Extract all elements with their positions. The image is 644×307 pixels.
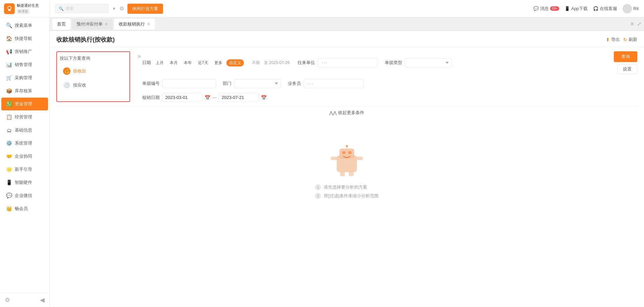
header-left: 🔍 搜索 ▼ ⚙ 休闲行业方案 — [55, 4, 163, 14]
username: Rit — [633, 6, 639, 11]
counterparty-label: 往来单位 — [298, 60, 315, 66]
svg-rect-2 — [342, 151, 345, 154]
verify-date-end-cal-icon[interactable]: 📅 — [261, 95, 267, 100]
tab-prepay[interactable]: 预付冲应付单 ✕ — [72, 19, 113, 30]
date-more[interactable]: 更多 — [212, 59, 224, 66]
sidebar-item-12[interactable]: 📱智能硬件 — [1, 176, 48, 189]
dept-select[interactable] — [234, 79, 281, 88]
sidebar-label-7: 经营管理 — [15, 114, 32, 120]
sidebar-item-8[interactable]: 🗂基础信息 — [1, 124, 48, 137]
close-tab-icon[interactable]: ✕ — [630, 21, 634, 27]
collapse-more-label: 收起更多条件 — [338, 110, 364, 116]
sidebar-item-10[interactable]: 🤝企业协同 — [1, 150, 48, 163]
verify-date-field: 核销日期 📅 — 📅 — [142, 93, 267, 102]
sidebar-item-6[interactable]: 💹资金管理 — [1, 98, 48, 110]
verify-date-start-cal-icon[interactable]: 📅 — [205, 95, 210, 100]
svg-rect-7 — [356, 157, 363, 160]
sidebar-item-1[interactable]: 🏠快捷导航 — [1, 32, 48, 45]
user-profile[interactable]: Rit — [623, 4, 639, 13]
filter-fields: 日期 上月 本月 本年 近7天 更多 自定义 不限 — [142, 51, 637, 102]
date-last-7-days[interactable]: 近7天 — [196, 59, 210, 66]
app-download-action[interactable]: 📱 App下载 — [565, 6, 588, 12]
staff-field: 业务员 ··· — [288, 79, 364, 88]
collapse-up-icon: ⋀⋀ — [329, 110, 337, 115]
sidebar-item-3[interactable]: 📊销售管理 — [1, 58, 48, 71]
query-btn-group: 查询 设置 — [610, 51, 637, 74]
filter-scheme-panel: 按以下方案查询 💰 按收款 🕐 按应收 — [56, 51, 130, 102]
tab-collection[interactable]: 收款核销执行 ✕ — [114, 19, 155, 30]
page-actions: ⬆ 导出 ↻ 刷新 — [606, 37, 637, 43]
verify-date-end-input[interactable] — [219, 93, 259, 102]
sidebar-item-7[interactable]: 📋经营管理 — [1, 111, 48, 123]
sidebar-item-5[interactable]: 📦库存核算 — [1, 85, 48, 97]
date-no-limit-text: 不限 — [252, 60, 260, 66]
export-button[interactable]: ⬆ 导出 — [606, 37, 620, 43]
date-last-month[interactable]: 上月 — [154, 59, 166, 66]
filter-collapse-button[interactable]: » — [136, 51, 142, 102]
collapse-more-button[interactable]: ⋀⋀ 收起更多条件 — [329, 110, 364, 116]
doc-no-input[interactable] — [162, 79, 216, 88]
main-area: 🔍 搜索 ▼ ⚙ 休闲行业方案 💬 消息 99+ 📱 App下载 🎧 在线客服 — [50, 0, 644, 307]
settings-icon[interactable]: ⚙ — [5, 296, 10, 304]
sidebar-label-6: 资金管理 — [15, 101, 32, 107]
filter-by-receivable[interactable]: 🕐 按应收 — [60, 79, 127, 92]
service-icon: 🎧 — [593, 6, 598, 11]
collapse-sidebar-icon[interactable]: ◀ — [40, 296, 45, 304]
sidebar-item-14[interactable]: 👑畅会员 — [1, 202, 48, 215]
sidebar-label-13: 企业微信 — [15, 193, 32, 199]
empty-illustration — [327, 145, 367, 179]
doc-type-select[interactable] — [405, 58, 452, 67]
date-this-year[interactable]: 本年 — [182, 59, 194, 66]
sidebar-label-4: 采购管理 — [15, 75, 32, 81]
expand-tab-icon[interactable]: ⤢ — [637, 21, 641, 27]
online-service-label: 在线客服 — [600, 6, 617, 12]
tab-home[interactable]: 首页 — [52, 19, 70, 30]
sidebar-item-0[interactable]: 🔍搜索菜单 — [1, 19, 48, 32]
sidebar-item-9[interactable]: ⚙️系统管理 — [1, 137, 48, 150]
sidebar-label-3: 销售管理 — [15, 62, 32, 68]
counterparty-selector[interactable]: ··· — [318, 58, 378, 67]
tab-collection-close-icon[interactable]: ✕ — [147, 22, 150, 27]
date-to-text: 至 2023-07-26 — [264, 60, 290, 66]
tab-prepay-close-icon[interactable]: ✕ — [105, 22, 108, 27]
solution-button[interactable]: 休闲行业方案 — [127, 4, 163, 14]
filter-payment-label: 按收款 — [73, 68, 86, 74]
search-placeholder: 搜索 — [66, 6, 74, 11]
sidebar-icon-5: 📦 — [6, 88, 12, 94]
date-field: 日期 上月 本月 本年 近7天 更多 自定义 — [142, 59, 244, 66]
header-gear-icon[interactable]: ⚙ — [119, 5, 124, 12]
header-search-box[interactable]: 🔍 搜索 — [55, 4, 109, 13]
svg-rect-3 — [348, 151, 352, 154]
date-custom[interactable]: 自定义 — [226, 59, 244, 66]
sidebar-icon-13: 💬 — [6, 193, 12, 199]
sidebar-label-14: 畅会员 — [15, 206, 28, 212]
app-logo: 畅捷通好生意 标准版 — [0, 0, 49, 17]
counterparty-dots: ··· — [321, 60, 328, 66]
hint-text-1: 请先选择要分析的方案 — [324, 184, 367, 190]
sidebar-item-11[interactable]: 🌟新手引导 — [1, 163, 48, 176]
sidebar-icon-11: 🌟 — [6, 166, 12, 172]
sidebar-item-13[interactable]: 💬企业微信 — [1, 189, 48, 202]
filter-by-payment[interactable]: 💰 按收款 — [60, 65, 127, 78]
query-button[interactable]: 查询 — [614, 51, 637, 62]
refresh-button[interactable]: ↻ 刷新 — [623, 37, 637, 43]
date-label: 日期 — [142, 60, 151, 66]
app-download-icon: 📱 — [565, 6, 570, 11]
empty-state: 1 请先选择要分析的方案 2 用[过滤]条件来缩小分析范围 — [50, 118, 644, 219]
messages-action[interactable]: 💬 消息 99+ — [533, 6, 559, 12]
sidebar-item-4[interactable]: 🛒采购管理 — [1, 71, 48, 84]
sidebar-icon-0: 🔍 — [6, 22, 12, 29]
svg-rect-4 — [340, 171, 345, 176]
hint-num-1: 1 — [315, 184, 321, 190]
sidebar-label-0: 搜索菜单 — [15, 22, 32, 29]
messages-label: 消息 — [540, 6, 549, 12]
verify-date-start-input[interactable] — [162, 93, 203, 102]
online-service-action[interactable]: 🎧 在线客服 — [593, 6, 617, 12]
sidebar-item-2[interactable]: 📢营销推广 — [1, 45, 48, 58]
staff-selector[interactable]: ··· — [304, 79, 364, 88]
counterparty-field: 往来单位 ··· — [298, 58, 378, 67]
header-chevron-icon[interactable]: ▼ — [112, 6, 116, 11]
export-icon: ⬆ — [606, 37, 610, 42]
settings-button[interactable]: 设置 — [617, 64, 637, 74]
date-this-month[interactable]: 本月 — [168, 59, 180, 66]
